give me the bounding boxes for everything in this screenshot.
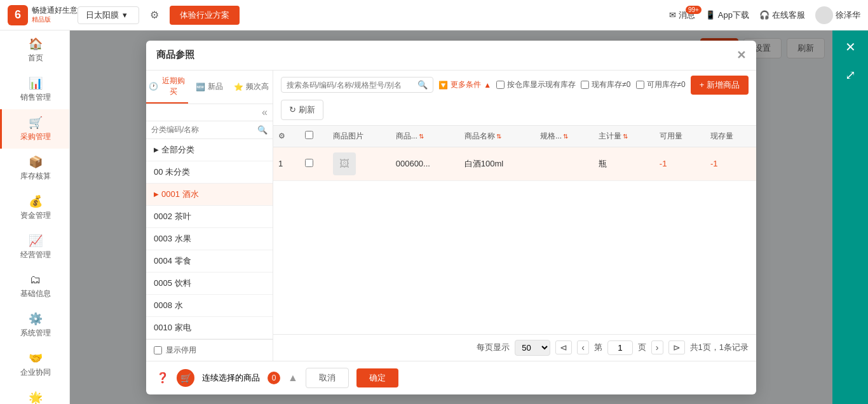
row-checkbox-cell[interactable] bbox=[300, 147, 329, 180]
home-icon: 🏠 bbox=[29, 37, 43, 51]
cat-item-water[interactable]: 0008 水 bbox=[146, 295, 273, 317]
table-header-row: ⚙ 商品图片 商品...⇅ 商品名称⇅ 规格...⇅ 主计量⇅ 可用量 现存量 bbox=[273, 126, 756, 147]
user-menu[interactable]: 徐泽华 bbox=[815, 6, 860, 24]
cat-item-snacks[interactable]: 0004 零食 bbox=[146, 250, 273, 273]
next-page-button[interactable]: › bbox=[651, 340, 663, 354]
collapse-button[interactable]: « bbox=[262, 107, 268, 118]
cat-item-label: 0002 茶叶 bbox=[154, 211, 191, 222]
sidebar-item-label: 基础信息 bbox=[20, 288, 51, 299]
sidebar-item-inventory[interactable]: 📦 库存核算 bbox=[0, 149, 69, 188]
product-toolbar: 🔍 🔽 更多条件 ▲ 按仓库显示现有库存 bbox=[273, 71, 756, 126]
page-number-input[interactable] bbox=[607, 340, 633, 355]
page-label: 第 bbox=[594, 342, 602, 353]
cat-item-liquor[interactable]: ▶ 0001 酒水 bbox=[146, 184, 273, 206]
sidebar-item-purchase[interactable]: 🛒 采购管理 bbox=[0, 109, 69, 149]
sidebar-item-basic-info[interactable]: 🗂 基础信息 bbox=[0, 267, 69, 306]
collab-icon: 🤝 bbox=[29, 351, 43, 365]
checkbox-warehouse[interactable]: 按仓库显示现有库存 bbox=[496, 79, 576, 90]
warehouse-checkbox-input[interactable] bbox=[496, 81, 505, 89]
sidebar-item-collab[interactable]: 🤝 企业协同 bbox=[0, 345, 69, 384]
messages-button[interactable]: ✉ 消息 99+ bbox=[669, 10, 695, 21]
help-icon[interactable]: ❓ bbox=[156, 372, 169, 384]
operations-icon: 📈 bbox=[29, 234, 43, 248]
modal-header: 商品参照 ✕ bbox=[146, 41, 756, 71]
online-service-button[interactable]: 🎧 在线客服 bbox=[759, 10, 805, 21]
add-product-button[interactable]: + 新增商品 bbox=[691, 76, 749, 95]
available-nonzero-checkbox-input[interactable] bbox=[636, 81, 644, 89]
sidebar-item-guide[interactable]: 🌟 新手引导 bbox=[0, 384, 69, 404]
nav-selector[interactable]: 日太阳膜 ▾ bbox=[78, 6, 139, 24]
logo-icon: 6 bbox=[8, 5, 28, 25]
sidebar-item-system[interactable]: ⚙️ 系统管理 bbox=[0, 306, 69, 345]
filter-button[interactable]: 🔽 更多条件 ▲ bbox=[438, 79, 491, 90]
table-row[interactable]: 1 🖼 000600... 白酒100ml 瓶 bbox=[273, 147, 756, 180]
modal-close-button[interactable]: ✕ bbox=[736, 48, 746, 62]
recent-icon: 🕐 bbox=[149, 82, 158, 91]
tab-frequent[interactable]: ⭐ 频次高 bbox=[231, 71, 273, 104]
trial-button[interactable]: 体验行业方案 bbox=[170, 6, 240, 25]
cat-item-label: 0003 水果 bbox=[154, 233, 191, 245]
sidebar-item-finance[interactable]: 💰 资金管理 bbox=[0, 188, 69, 227]
right-panel-expand-button[interactable]: ⤢ bbox=[841, 64, 860, 86]
page-suffix: 页 bbox=[638, 342, 646, 353]
sidebar-item-home[interactable]: 🏠 首页 bbox=[0, 30, 69, 70]
first-page-button[interactable]: ⊲ bbox=[555, 340, 572, 354]
confirm-button[interactable]: 确定 bbox=[356, 368, 398, 387]
cat-item-appliance[interactable]: 0010 家电 bbox=[146, 317, 273, 339]
row-num: 1 bbox=[273, 147, 300, 180]
col-settings[interactable]: ⚙ bbox=[273, 126, 300, 147]
product-search-input[interactable] bbox=[287, 81, 417, 90]
cancel-button[interactable]: 取消 bbox=[306, 368, 349, 388]
category-search-input[interactable] bbox=[151, 125, 257, 134]
logo-text: 畅捷通好生意 bbox=[32, 6, 78, 16]
collapse-arrow-icon[interactable]: ▲ bbox=[288, 372, 298, 384]
per-page-label: 每页显示 bbox=[477, 342, 510, 353]
sidebar-item-sales[interactable]: 📊 销售管理 bbox=[0, 70, 69, 109]
product-panel: 🔍 🔽 更多条件 ▲ 按仓库显示现有库存 bbox=[273, 71, 756, 361]
prev-page-button[interactable]: ‹ bbox=[577, 340, 589, 354]
row-checkbox[interactable] bbox=[305, 159, 313, 167]
top-nav: 6 畅捷通好生意 精品版 日太阳膜 ▾ ⚙ 体验行业方案 ✉ 消息 99+ 📱 … bbox=[0, 0, 868, 30]
checkbox-available-nonzero[interactable]: 可用库存≠0 bbox=[636, 79, 686, 90]
sidebar-item-label: 销售管理 bbox=[20, 92, 51, 103]
tab-recent[interactable]: 🕐 近期购买 bbox=[146, 71, 188, 104]
show-disabled-checkbox[interactable] bbox=[154, 346, 162, 354]
checkbox-stock-nonzero[interactable]: 现有库存≠0 bbox=[581, 79, 630, 90]
cat-item-tea[interactable]: 0002 茶叶 bbox=[146, 206, 273, 228]
refresh-button[interactable]: ↻ 刷新 bbox=[281, 100, 323, 120]
app-download-label: App下载 bbox=[718, 10, 749, 21]
product-image: 🖼 bbox=[333, 152, 356, 175]
modal-footer: ❓ 🛒 连续选择的商品 0 ▲ 取消 确定 bbox=[146, 361, 756, 394]
cat-item-drinks[interactable]: 0005 饮料 bbox=[146, 273, 273, 295]
cat-item-label: 0001 酒水 bbox=[161, 189, 199, 200]
cat-item-all[interactable]: ▶ 全部分类 bbox=[146, 139, 273, 161]
selected-count-badge: 0 bbox=[268, 372, 280, 384]
basic-info-icon: 🗂 bbox=[30, 273, 41, 286]
per-page-select[interactable]: 50 100 200 bbox=[515, 340, 550, 356]
select-all-checkbox[interactable] bbox=[305, 131, 313, 139]
logo-sub: 精品版 bbox=[32, 15, 78, 24]
sidebar-item-label: 企业协同 bbox=[20, 367, 51, 378]
search-icon: 🔍 bbox=[417, 80, 428, 90]
star-icon: ⭐ bbox=[234, 83, 243, 91]
app-download-button[interactable]: 📱 App下载 bbox=[705, 10, 749, 21]
pagination: 每页显示 50 100 200 ⊲ ‹ 第 页 › bbox=[273, 334, 756, 361]
stock-nonzero-checkbox-input[interactable] bbox=[581, 81, 589, 89]
col-checkbox[interactable] bbox=[300, 126, 329, 147]
cat-item-uncategorized[interactable]: 00 未分类 bbox=[146, 161, 273, 184]
col-unit[interactable]: 主计量⇅ bbox=[593, 126, 654, 147]
col-name[interactable]: 商品名称⇅ bbox=[459, 126, 535, 147]
sidebar-item-label: 库存核算 bbox=[20, 171, 51, 182]
col-spec[interactable]: 规格...⇅ bbox=[535, 126, 593, 147]
sales-icon: 📊 bbox=[29, 76, 43, 90]
checkbox-available-label: 可用库存≠0 bbox=[647, 79, 686, 90]
sidebar: 🏠 首页 📊 销售管理 🛒 采购管理 📦 库存核算 💰 资金管理 📈 经营管理 … bbox=[0, 30, 70, 404]
settings-icon[interactable]: ⚙ bbox=[144, 5, 165, 25]
last-page-button[interactable]: ⊳ bbox=[668, 340, 685, 354]
col-code[interactable]: 商品...⇅ bbox=[391, 126, 459, 147]
sidebar-item-operations[interactable]: 📈 经营管理 bbox=[0, 227, 69, 267]
finance-icon: 💰 bbox=[29, 194, 43, 208]
cat-item-fruit[interactable]: 0003 水果 bbox=[146, 228, 273, 250]
tab-new[interactable]: 🆕 新品 bbox=[188, 71, 230, 104]
right-panel-close-button[interactable]: ✕ bbox=[841, 36, 860, 58]
